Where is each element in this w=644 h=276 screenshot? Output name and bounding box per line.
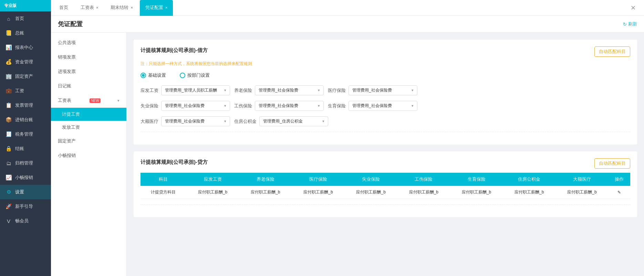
- field-shiye: 失业保险 管理费用_社会保险费 ▾: [141, 101, 230, 111]
- debit-section: 计提核算规则(公司承担)-借方 自动匹配科目 注：只能选择一种方式，系统将按照您…: [134, 40, 637, 145]
- select-yanglao[interactable]: 管理费用_社会保险费 ▾: [255, 85, 324, 95]
- sidebar-item-purchase-sales[interactable]: 📦 进销台账: [0, 113, 51, 127]
- sidebar-label-home: 首页: [15, 15, 24, 22]
- menu-label-fixed-assets: 固定资产: [58, 138, 76, 144]
- payroll-icon: 💼: [6, 88, 12, 94]
- label-yingfa: 应发工资: [141, 87, 158, 94]
- sidebar-item-xiaochang-reports[interactable]: 📈 小畅报销: [0, 170, 51, 185]
- chevron-down-icon: ▾: [224, 88, 226, 93]
- sidebar-item-close-account[interactable]: 🔒 结账: [0, 141, 51, 156]
- sidebar-label-archive: 归档管理: [15, 160, 33, 166]
- select-shiye[interactable]: 管理费用_社会保险费 ▾: [161, 101, 230, 111]
- menu-item-payroll-table[interactable]: 工资表NEW▾: [51, 93, 126, 108]
- tab-label-voucher-config: 凭证配置: [145, 4, 163, 11]
- col-header-医疗保险: 医疗保险: [292, 173, 344, 186]
- credit-auto-match-button[interactable]: 自动匹配科目: [594, 158, 630, 169]
- reports-icon: 📊: [6, 44, 12, 51]
- sidebar-item-general-ledger[interactable]: 📒 总账: [0, 26, 51, 40]
- refresh-button[interactable]: ↻ 刷新: [623, 21, 637, 27]
- select-yiliao[interactable]: 管理费用_社会保险费 ▾: [349, 85, 417, 95]
- tab-payroll-table[interactable]: 工资表×: [75, 0, 104, 16]
- content-area: 公共选项销项发票进项发票日记账工资表NEW▾计提工资发放工资固定资产小畅报销 计…: [51, 33, 644, 276]
- credit-table: 科目应发工资养老保险医疗保险失业保险工伤保险生育保险住房公积金大额医疗操作 计提…: [141, 173, 630, 199]
- divider-2: [141, 204, 630, 205]
- tab-home[interactable]: 首页: [54, 0, 74, 16]
- select-yingfa[interactable]: 管理费用_管理人员职工薪酬 ▾: [161, 85, 230, 95]
- menu-label-public-options: 公共选项: [58, 40, 76, 46]
- sidebar-item-fixed-assets[interactable]: 🏢 固定资产: [0, 69, 51, 84]
- fixed-assets-icon: 🏢: [6, 73, 12, 79]
- tab-close-payroll-table[interactable]: ×: [96, 6, 98, 10]
- sidebar-item-reports[interactable]: 📊 报表中心: [0, 40, 51, 55]
- field-daejiyiliao: 大额医疗 管理费用_社会保险费 ▾: [141, 116, 230, 126]
- col-header-失业保险: 失业保险: [345, 173, 397, 186]
- menu-item-calc-payroll[interactable]: 计提工资: [51, 108, 126, 121]
- sidebar-item-payroll[interactable]: 💼 工资: [0, 84, 51, 98]
- window-close-button[interactable]: ✕: [625, 1, 641, 14]
- menu-item-journal[interactable]: 日记账: [51, 79, 126, 93]
- sidebar-item-settings[interactable]: ⚙ 设置: [0, 185, 51, 199]
- sidebar-label-close-account: 结账: [15, 146, 24, 152]
- radio-basic[interactable]: 基础设置: [141, 72, 166, 78]
- select-daejiyiliao[interactable]: 管理费用_社会保险费 ▾: [161, 116, 230, 126]
- tab-period-close[interactable]: 期末结转×: [105, 0, 138, 16]
- cell-0-0: 计提贷方科目: [141, 186, 186, 199]
- cell-0-8: 应付职工薪酬_b: [555, 186, 608, 199]
- menu-item-xiaochang-expenses[interactable]: 小畅报销: [51, 148, 126, 163]
- main-area: 首页工资表×期末结转×凭证配置× ✕ 凭证配置 ↻ 刷新 公共选项销项发票进项发…: [51, 0, 644, 276]
- select-gongshang-text: 管理费用_社会保险费: [259, 103, 315, 109]
- sidebar-label-fund: 资金管理: [15, 59, 33, 65]
- menu-label-calc-payroll: 计提工资: [62, 112, 80, 117]
- select-gongshang[interactable]: 管理费用_社会保险费 ▾: [255, 101, 324, 111]
- refresh-icon: ↻: [623, 22, 627, 27]
- cell-0-3: 应付职工薪酬_b: [292, 186, 344, 199]
- radio-group: 基础设置 按部门设置: [141, 72, 630, 78]
- sidebar-item-invoice-mgmt[interactable]: 📋 发票管理: [0, 98, 51, 113]
- menu-item-fixed-assets[interactable]: 固定资产: [51, 134, 126, 148]
- sidebar-item-home[interactable]: ⌂ 首页: [0, 11, 51, 26]
- general-ledger-icon: 📒: [6, 30, 12, 36]
- sidebar-label-vip: 畅会员: [15, 218, 29, 224]
- select-shengyu[interactable]: 管理费用_社会保险费 ▾: [349, 101, 417, 111]
- purchase-sales-icon: 📦: [6, 117, 12, 123]
- debit-auto-match-button[interactable]: 自动匹配科目: [594, 46, 630, 57]
- sidebar-item-tax-mgmt[interactable]: 🧾 税务管理: [0, 127, 51, 141]
- tab-voucher-config[interactable]: 凭证配置×: [140, 0, 173, 16]
- select-yiliao-text: 管理费用_社会保险费: [352, 87, 409, 93]
- menu-item-issue-payroll[interactable]: 发放工资: [51, 121, 126, 134]
- sidebar-item-new-guide[interactable]: 🚀 新手引导: [0, 199, 51, 214]
- field-yiliao: 医疗保险 管理费用_社会保险费 ▾: [328, 85, 417, 95]
- sidebar-label-general-ledger: 总账: [15, 30, 24, 36]
- col-header-生育保险: 生育保险: [450, 173, 503, 186]
- menu-item-input-invoice[interactable]: 进项发票: [51, 64, 126, 79]
- menu-label-issue-payroll: 发放工资: [62, 125, 80, 130]
- field-yanglao: 养老保险 管理费用_社会保险费 ▾: [234, 85, 324, 95]
- table-row: 计提贷方科目应付职工薪酬_b应付职工薪酬_b应付职工薪酬_b应付职工薪酬_b应付…: [141, 186, 630, 199]
- debit-form-row-2: 失业保险 管理费用_社会保险费 ▾ 工伤保险 管理费用_社会保险费 ▾: [141, 101, 630, 111]
- menu-label-red-invoice: 销项发票: [58, 54, 76, 60]
- tab-close-period-close[interactable]: ×: [131, 6, 133, 10]
- right-content: 计提核算规则(公司承担)-借方 自动匹配科目 注：只能选择一种方式，系统将按照您…: [127, 33, 644, 276]
- select-zhufang[interactable]: 管理费用_住房公积金 ▾: [259, 116, 328, 126]
- sidebar-item-fund[interactable]: 💰 资金管理: [0, 55, 51, 69]
- debit-section-title: 计提核算规则(公司承担)-借方: [141, 47, 208, 54]
- edit-action-0[interactable]: ✎: [608, 186, 630, 199]
- tab-close-voucher-config[interactable]: ×: [165, 6, 167, 10]
- sidebar-label-tax-mgmt: 税务管理: [15, 131, 33, 137]
- label-shiye: 失业保险: [141, 103, 158, 109]
- sidebar-item-archive[interactable]: 🗂 归档管理: [0, 156, 51, 170]
- chevron-down-icon: ▾: [412, 104, 414, 108]
- debit-section-note: 注：只能选择一种方式，系统将按照您当前的选择来配置规则: [141, 61, 630, 67]
- sidebar-label-reports: 报表中心: [15, 44, 33, 51]
- tab-bar: 首页工资表×期末结转×凭证配置× ✕: [51, 0, 644, 16]
- menu-item-red-invoice[interactable]: 销项发票: [51, 50, 126, 64]
- left-menu: 公共选项销项发票进项发票日记账工资表NEW▾计提工资发放工资固定资产小畅报销: [51, 33, 127, 276]
- debit-form-row-1: 应发工资 管理费用_管理人员职工薪酬 ▾ 养老保险 管理费用_社会保险费 ▾: [141, 85, 630, 95]
- menu-item-public-options[interactable]: 公共选项: [51, 35, 126, 50]
- debit-section-header: 计提核算规则(公司承担)-借方 自动匹配科目: [141, 46, 630, 57]
- label-daejiyiliao: 大额医疗: [141, 118, 158, 125]
- sidebar-label-xiaochang-reports: 小畅报销: [15, 174, 33, 181]
- cell-0-2: 应付职工薪酬_b: [239, 186, 292, 199]
- radio-dept[interactable]: 按部门设置: [180, 72, 210, 78]
- sidebar-item-vip[interactable]: V 畅会员: [0, 214, 51, 228]
